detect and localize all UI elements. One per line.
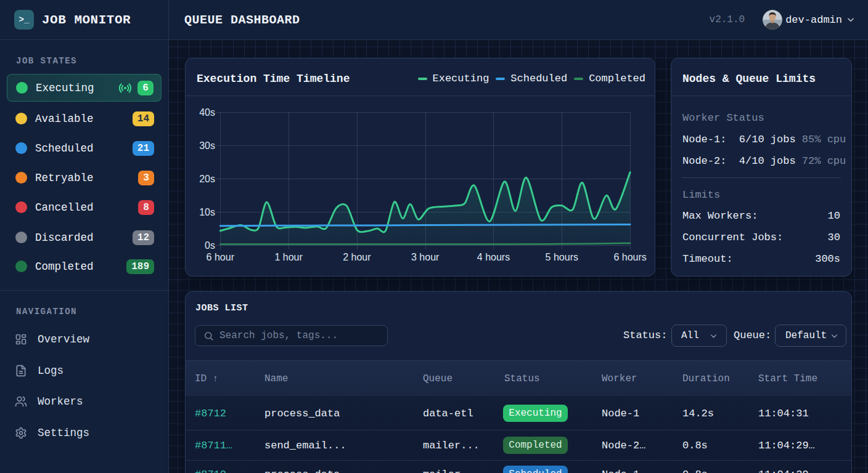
- svg-text:30s: 30s: [199, 140, 215, 151]
- svg-text:2 hour: 2 hour: [343, 252, 371, 262]
- svg-text:6 hour: 6 hour: [207, 252, 235, 262]
- svg-text:3 hour: 3 hour: [411, 252, 440, 262]
- svg-text:40s: 40s: [199, 107, 215, 118]
- svg-text:5 hours: 5 hours: [546, 252, 578, 262]
- svg-text:6 hours: 6 hours: [613, 252, 646, 262]
- svg-text:10s: 10s: [199, 207, 215, 217]
- svg-text:0s: 0s: [205, 240, 215, 251]
- svg-text:20s: 20s: [199, 174, 215, 184]
- svg-text:1 hour: 1 hour: [274, 252, 303, 262]
- svg-text:4 hours: 4 hours: [477, 252, 510, 262]
